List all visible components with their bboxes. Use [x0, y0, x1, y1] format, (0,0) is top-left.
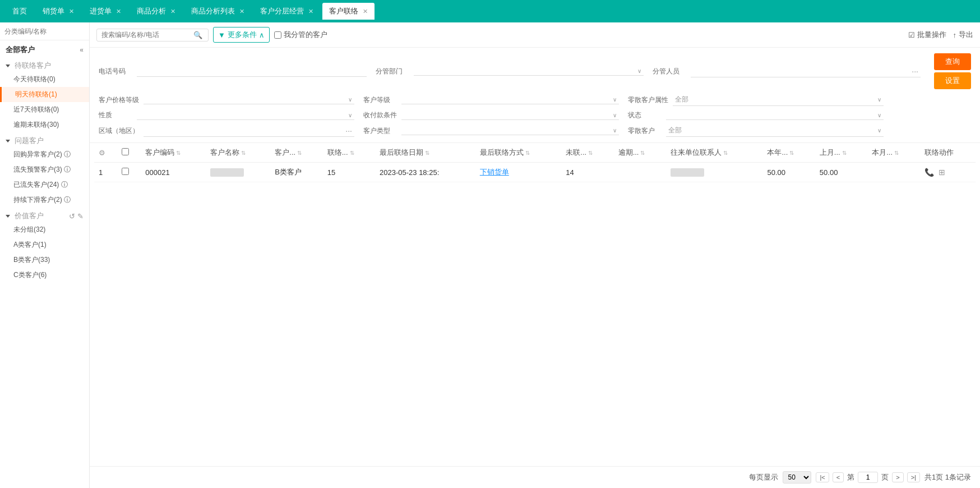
- retail-attr-select[interactable]: 全部 ∨: [673, 94, 884, 106]
- more-filter-button[interactable]: ▼ 更多条件 ∧: [213, 27, 270, 43]
- pending-contact-label: 待联络客户: [15, 61, 51, 71]
- filter-row-3: 性质 ∨ 收付款条件 ∨ 状态: [99, 111, 971, 120]
- person-dots-btn[interactable]: ···: [912, 67, 918, 76]
- my-customers-checkbox-label[interactable]: 我分管的客户: [274, 30, 327, 40]
- sidebar-item-lost-customers[interactable]: 已流失客户(24) ⓘ: [0, 177, 89, 192]
- col-last-date-label: 最后联络日期: [380, 148, 423, 158]
- nav-customer-contact[interactable]: 客户联络 ✕: [322, 3, 375, 20]
- col-last-method-header[interactable]: 最后联络方式 ⇅: [475, 143, 562, 163]
- value-customers-edit-icon[interactable]: ✎: [77, 212, 84, 220]
- col-overdue-header[interactable]: 逾期... ⇅: [614, 143, 666, 163]
- nature-select[interactable]: ∨: [137, 111, 354, 120]
- sidebar-item-class-b[interactable]: B类客户(33): [0, 252, 89, 268]
- close-product-analysis-list-icon[interactable]: ✕: [239, 8, 244, 15]
- filter-label: 更多条件: [228, 30, 257, 40]
- search-input[interactable]: [101, 31, 191, 39]
- row-contact-count: 15: [323, 163, 375, 182]
- price-level-select[interactable]: ∨: [144, 95, 354, 104]
- per-page-select[interactable]: 50 100 200: [783, 471, 811, 484]
- sidebar-item-class-c[interactable]: C类客户(6): [0, 268, 89, 283]
- customer-type-select[interactable]: ∨: [401, 126, 619, 135]
- nav-home[interactable]: 首页: [6, 3, 34, 20]
- col-not-contacted-label: 未联...: [566, 148, 586, 158]
- close-product-analysis-icon[interactable]: ✕: [170, 8, 175, 15]
- query-button[interactable]: 查询: [934, 53, 971, 70]
- page-input[interactable]: [858, 472, 878, 483]
- sidebar-item-7day-contact[interactable]: 近7天待联络(0): [0, 102, 89, 117]
- collapse-icon[interactable]: «: [80, 46, 84, 54]
- col-type-header[interactable]: 客户... ⇅: [270, 143, 322, 163]
- content-area: 🔍 ▼ 更多条件 ∧ 我分管的客户 ☑ 批量操作 ↑ 导出: [90, 22, 980, 488]
- phone-input[interactable]: [137, 66, 367, 77]
- filter-panel: 电话号码 分管部门 ∨ 分管人员 ···: [90, 48, 980, 143]
- pending-contact-triangle: [6, 65, 10, 67]
- sidebar-item-repurchase-abnormal[interactable]: 回购异常客户(2) ⓘ: [0, 147, 89, 162]
- col-action-label: 联络动作: [924, 148, 954, 156]
- col-last-date-header[interactable]: 最后联络日期 ⇅: [375, 143, 475, 163]
- col-code-header[interactable]: 客户编码 ⇅: [141, 143, 206, 163]
- sidebar-item-overdue-contact[interactable]: 逾期未联络(30): [0, 117, 89, 132]
- col-this-year-sort-icon: ⇅: [789, 150, 794, 156]
- column-config-icon[interactable]: ⚙: [99, 149, 105, 157]
- close-customer-contact-icon[interactable]: ✕: [363, 8, 368, 15]
- col-not-contacted-header[interactable]: 未联... ⇅: [561, 143, 613, 163]
- customer-level-select[interactable]: ∨: [401, 95, 619, 104]
- col-last-month-header[interactable]: 上月... ⇅: [815, 143, 867, 163]
- pending-contact-group: 待联络客户: [0, 57, 89, 72]
- col-this-year-header[interactable]: 本年... ⇅: [762, 143, 815, 163]
- set-button[interactable]: 设置: [934, 72, 971, 89]
- nav-product-analysis[interactable]: 商品分析 ✕: [130, 3, 182, 20]
- search-icon[interactable]: 🔍: [193, 31, 202, 39]
- sidebar-item-today-contact[interactable]: 今天待联络(0): [0, 72, 89, 87]
- sidebar-search-input[interactable]: [4, 27, 89, 35]
- row-action-phone-icon[interactable]: 📞: [924, 168, 934, 177]
- retail-attr-text: 全部: [675, 95, 875, 104]
- payment-select[interactable]: ∨: [401, 111, 619, 120]
- filter-field-price-level: 客户价格等级 ∨: [99, 95, 354, 105]
- retail-customer-text: 全部: [668, 126, 875, 135]
- phone-label: 电话号码: [99, 67, 132, 76]
- row-last-method-link[interactable]: 下销货单: [480, 168, 509, 176]
- status-select[interactable]: ∨: [666, 111, 884, 120]
- row-type: B类客户: [270, 163, 322, 182]
- customer-level-chevron-icon: ∨: [613, 96, 617, 103]
- sidebar: 🔍 全部客户 « 待联络客户 今天待联络(0) 明天待联络(1) 近7天待联络(…: [0, 22, 90, 488]
- col-name-header[interactable]: 客户名称 ⇅: [206, 143, 271, 163]
- select-all-checkbox[interactable]: [122, 148, 129, 155]
- sidebar-item-ungrouped[interactable]: 未分组(32): [0, 222, 89, 237]
- batch-operation-button[interactable]: ☑ 批量操作: [908, 30, 946, 40]
- table-area: ⚙ 客户编码 ⇅ 客户名称: [90, 143, 980, 466]
- col-action-header: 联络动作: [920, 143, 976, 163]
- sidebar-item-declining-customers[interactable]: 持续下滑客户(2) ⓘ: [0, 192, 89, 208]
- value-customers-refresh-icon[interactable]: ↺: [69, 212, 75, 220]
- prev-page-button[interactable]: <: [833, 472, 844, 482]
- problem-customers-label: 问题客户: [15, 136, 44, 146]
- retail-customer-select[interactable]: 全部 ∨: [666, 125, 884, 137]
- col-this-month-header[interactable]: 本月... ⇅: [867, 143, 919, 163]
- region-dots-btn[interactable]: ···: [345, 126, 352, 135]
- sidebar-item-loss-warning[interactable]: 流失预警客户(3) ⓘ: [0, 162, 89, 177]
- next-page-button[interactable]: >: [892, 472, 903, 482]
- col-unit-contacts-header[interactable]: 往来单位联系人 ⇅: [666, 143, 763, 163]
- dept-select[interactable]: ∨: [414, 67, 644, 76]
- row-checkbox[interactable]: [122, 168, 129, 175]
- close-customer-segmentation-icon[interactable]: ✕: [308, 8, 313, 15]
- all-customers-header[interactable]: 全部客户 «: [0, 40, 89, 57]
- nav-customer-segmentation[interactable]: 客户分层经营 ✕: [253, 3, 320, 20]
- nav-sales-order[interactable]: 销货单 ✕: [36, 3, 81, 20]
- close-purchase-order-icon[interactable]: ✕: [116, 8, 121, 15]
- sidebar-item-tomorrow-contact[interactable]: 明天待联络(1): [0, 87, 89, 102]
- first-page-button[interactable]: |<: [816, 472, 829, 482]
- my-customers-checkbox[interactable]: [274, 31, 281, 39]
- col-last-month-label: 上月...: [820, 148, 840, 158]
- nav-product-analysis-list[interactable]: 商品分析列表 ✕: [184, 3, 251, 20]
- region-input-area: ···: [144, 125, 354, 137]
- col-contact-header[interactable]: 联络... ⇅: [323, 143, 375, 163]
- nav-purchase-order[interactable]: 进货单 ✕: [83, 3, 128, 20]
- row-action-grid-icon[interactable]: ⊞: [939, 168, 945, 177]
- export-button[interactable]: ↑ 导出: [953, 30, 974, 40]
- export-icon: ↑: [953, 31, 957, 39]
- sidebar-item-class-a[interactable]: A类客户(1): [0, 237, 89, 252]
- close-sales-order-icon[interactable]: ✕: [69, 8, 74, 15]
- last-page-button[interactable]: >|: [907, 472, 920, 482]
